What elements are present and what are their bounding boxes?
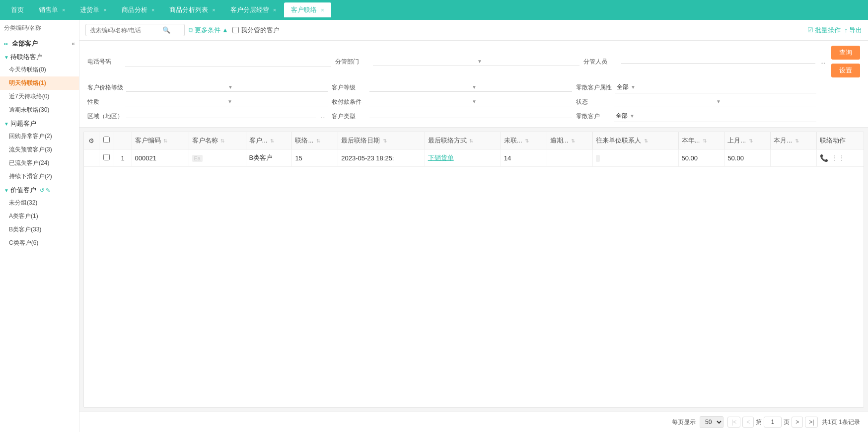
col-last-month-header[interactable]: 上月... ⇅ bbox=[724, 132, 771, 149]
sidebar-search-input[interactable] bbox=[4, 24, 78, 31]
sidebar-item-overdue-contact[interactable]: 逾期未联络(30) bbox=[0, 103, 79, 117]
all-customers-label[interactable]: 全部客户 bbox=[12, 39, 38, 48]
page-input[interactable] bbox=[764, 417, 782, 428]
sort-overdue-icon[interactable]: ⇅ bbox=[571, 138, 575, 144]
sort-type-icon[interactable]: ⇅ bbox=[270, 138, 274, 144]
nav-tab-customer-layered[interactable]: 客户分层经营 × bbox=[223, 2, 283, 17]
col-check-header[interactable] bbox=[99, 132, 114, 149]
price-level-select[interactable]: ▼ bbox=[126, 83, 328, 92]
sort-company-contact-icon[interactable]: ⇅ bbox=[644, 138, 648, 144]
region-select[interactable] bbox=[126, 115, 316, 118]
settings-button[interactable]: 设置 bbox=[831, 64, 860, 77]
contact-action-grid-icon[interactable]: ⋮⋮ bbox=[831, 154, 845, 162]
phone-input[interactable] bbox=[125, 57, 331, 67]
sidebar-item-7days-contact[interactable]: 近7天待联络(0) bbox=[0, 90, 79, 103]
col-overdue-header[interactable]: 逾期... ⇅ bbox=[547, 132, 593, 149]
more-conditions-button[interactable]: ⧉ 更多条件 ▲ bbox=[189, 26, 228, 35]
col-customer-name-header[interactable]: 客户名称 ⇅ bbox=[189, 132, 246, 149]
customer-type-select[interactable] bbox=[369, 115, 572, 118]
col-customer-type-header[interactable]: 客户... ⇅ bbox=[246, 132, 292, 149]
edit-icon[interactable]: ✎ bbox=[46, 187, 50, 194]
sidebar-item-class-a[interactable]: A类客户(1) bbox=[0, 210, 79, 223]
next-page-button[interactable]: > bbox=[792, 417, 803, 428]
sidebar-item-repurchase-abnormal[interactable]: 回购异常客户(2) bbox=[0, 130, 79, 143]
col-last-contact-date-header[interactable]: 最后联络日期 ⇅ bbox=[338, 132, 425, 149]
contact-action-phone-icon[interactable]: 📞 bbox=[820, 154, 828, 162]
sidebar-item-ungrouped[interactable]: 未分组(32) bbox=[0, 196, 79, 210]
sort-last-contact-date-icon[interactable]: ⇅ bbox=[383, 138, 387, 144]
sidebar-item-tomorrow-contact[interactable]: 明天待联络(1) bbox=[0, 76, 79, 90]
nav-home[interactable]: 首页 bbox=[4, 2, 31, 17]
nature-select[interactable]: ▼ bbox=[125, 97, 328, 106]
nav-tab-product-analysis[interactable]: 商品分析 × bbox=[115, 2, 161, 17]
search-input[interactable] bbox=[90, 27, 159, 34]
col-last-contact-date-label: 最后联络日期 bbox=[341, 137, 380, 144]
col-customer-code-header[interactable]: 客户编码 ⇅ bbox=[132, 132, 189, 149]
my-customers-filter[interactable]: 我分管的客户 bbox=[232, 26, 280, 35]
close-customer-contact-tab-icon[interactable]: × bbox=[321, 7, 324, 13]
row-customer-code-cell[interactable]: 000021 bbox=[132, 149, 189, 167]
sort-this-month-icon[interactable]: ⇅ bbox=[795, 138, 799, 144]
sidebar-item-class-c[interactable]: C类客户(6) bbox=[0, 236, 79, 250]
close-sales-tab-icon[interactable]: × bbox=[62, 7, 65, 13]
prev-page-button[interactable]: < bbox=[742, 417, 754, 428]
sidebar-item-class-b[interactable]: B类客户(33) bbox=[0, 223, 79, 236]
row-check-cell[interactable] bbox=[99, 149, 114, 167]
nav-tab-purchase[interactable]: 进货单 × bbox=[73, 2, 113, 17]
first-page-button[interactable]: |< bbox=[727, 417, 740, 428]
nav-tab-customer-contact[interactable]: 客户联络 × bbox=[284, 2, 331, 17]
sort-last-month-icon[interactable]: ⇅ bbox=[749, 138, 753, 144]
sort-no-contact-icon[interactable]: ⇅ bbox=[525, 138, 529, 144]
payment-select[interactable]: ▼ bbox=[369, 97, 572, 106]
last-page-button[interactable]: >| bbox=[805, 417, 818, 428]
customer-level-select[interactable]: ▼ bbox=[369, 83, 572, 92]
close-product-analysis-tab-icon[interactable]: × bbox=[151, 7, 154, 13]
retail-attr-select[interactable]: 全部 ▼ bbox=[615, 81, 816, 93]
close-customer-layered-tab-icon[interactable]: × bbox=[273, 7, 276, 13]
nav-tab-sales[interactable]: 销售单 × bbox=[32, 2, 72, 17]
sidebar-item-today-contact[interactable]: 今天待联络(0) bbox=[0, 63, 79, 76]
col-no-contact-header[interactable]: 未联... ⇅ bbox=[501, 132, 547, 149]
nav-tab-product-analysis-list[interactable]: 商品分析列表 × bbox=[162, 2, 222, 17]
col-this-year-header[interactable]: 本年... ⇅ bbox=[678, 132, 724, 149]
status-select[interactable]: ▼ bbox=[614, 97, 816, 106]
region-more-button[interactable]: ... bbox=[319, 113, 328, 120]
last-contact-method-link[interactable]: 下销货单 bbox=[428, 154, 454, 161]
select-all-checkbox[interactable] bbox=[103, 137, 110, 143]
sidebar-item-churned[interactable]: 已流失客户(24) bbox=[0, 156, 79, 170]
sort-last-contact-method-icon[interactable]: ⇅ bbox=[469, 138, 473, 144]
manager-more-button[interactable]: ... bbox=[818, 58, 827, 65]
row-checkbox[interactable] bbox=[103, 154, 110, 160]
col-company-contact-header[interactable]: 往来单位联系人 ⇅ bbox=[593, 132, 678, 149]
filter-price-level: 客户价格等级 ▼ bbox=[87, 83, 328, 92]
my-customers-checkbox[interactable] bbox=[232, 27, 239, 33]
sidebar-collapse-icon[interactable]: « bbox=[72, 40, 75, 47]
sidebar-group-problem-customers[interactable]: ▼ 问题客户 bbox=[0, 117, 79, 130]
sidebar-group-pending-contact[interactable]: ▼ 待联络客户 bbox=[0, 50, 79, 63]
sidebar-group-value-customers[interactable]: ▼ 价值客户 ↺ ✎ bbox=[0, 183, 79, 196]
table-header-row: ⚙ 客户编码 ⇅ 客户名称 ⇅ 客户... ⇅ bbox=[84, 132, 864, 149]
col-contact-count-header[interactable]: 联络... ⇅ bbox=[292, 132, 338, 149]
dept-select[interactable]: ▼ bbox=[373, 57, 579, 66]
sort-contact-count-icon[interactable]: ⇅ bbox=[316, 138, 320, 144]
search-icon[interactable]: 🔍 bbox=[162, 26, 170, 34]
per-page-select[interactable]: 50 bbox=[700, 416, 723, 428]
export-button[interactable]: ↑ 导出 bbox=[845, 26, 863, 35]
close-product-analysis-list-tab-icon[interactable]: × bbox=[212, 7, 215, 13]
sort-name-icon[interactable]: ⇅ bbox=[220, 138, 224, 144]
retail-customer-select[interactable]: 全部 ▼ bbox=[614, 110, 816, 122]
col-this-month-header[interactable]: 本月... ⇅ bbox=[771, 132, 817, 149]
batch-operation-button[interactable]: ☑ 批量操作 bbox=[807, 26, 841, 35]
sidebar-item-churn-warning[interactable]: 流失预警客户(3) bbox=[0, 143, 79, 156]
sort-this-year-icon[interactable]: ⇅ bbox=[703, 138, 707, 144]
export-icon: ↑ bbox=[845, 26, 848, 34]
sort-code-icon[interactable]: ⇅ bbox=[163, 138, 167, 144]
refresh-icon[interactable]: ↺ bbox=[40, 187, 44, 194]
col-last-contact-method-header[interactable]: 最后联络方式 ⇅ bbox=[425, 132, 501, 149]
sidebar-item-declining[interactable]: 持续下滑客户(2) bbox=[0, 170, 79, 183]
row-last-contact-method-cell[interactable]: 下销货单 bbox=[425, 149, 501, 167]
manager-select[interactable] bbox=[621, 60, 815, 64]
col-settings-header[interactable]: ⚙ bbox=[84, 132, 99, 149]
query-button[interactable]: 查询 bbox=[831, 46, 860, 60]
close-purchase-tab-icon[interactable]: × bbox=[103, 7, 106, 13]
